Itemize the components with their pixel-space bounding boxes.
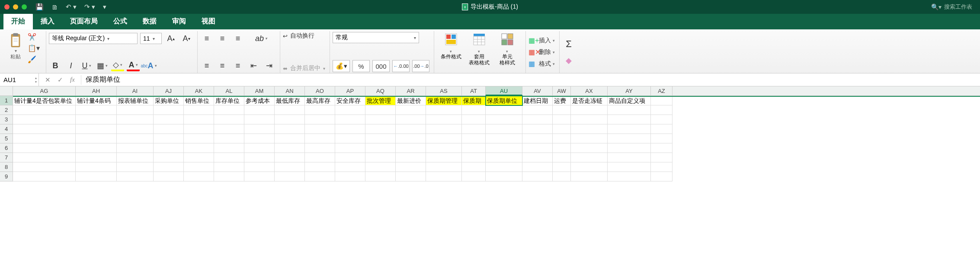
cell-AW1[interactable]: 运费	[553, 96, 571, 105]
cell-AK6[interactable]	[184, 143, 214, 153]
cell-AI9[interactable]	[117, 172, 154, 181]
cell-AL1[interactable]: 库存单位	[214, 96, 244, 105]
cell-AV2[interactable]	[522, 105, 553, 115]
cell-AT1[interactable]: 保质期	[462, 96, 486, 105]
cell-AK1[interactable]: 销售单位	[184, 96, 214, 105]
cell-AM5[interactable]	[244, 134, 275, 143]
tab-page-layout[interactable]: 页面布局	[62, 13, 106, 29]
cell-AG9[interactable]	[13, 172, 76, 181]
save-as-icon[interactable]: 🗎	[51, 3, 58, 11]
cell-AH6[interactable]	[76, 143, 117, 153]
cell-AI8[interactable]	[117, 162, 154, 172]
align-left-icon[interactable]: ≡	[200, 59, 213, 72]
cell-AG4[interactable]	[13, 124, 76, 134]
cell-AG8[interactable]	[13, 162, 76, 172]
cell-AW2[interactable]	[553, 105, 571, 115]
cell-AS5[interactable]	[426, 134, 462, 143]
cell-AO5[interactable]	[305, 134, 335, 143]
underline-button[interactable]: U	[80, 59, 93, 72]
column-header-AS[interactable]: AS	[426, 86, 462, 95]
cell-AM6[interactable]	[244, 143, 275, 153]
cell-AH7[interactable]	[76, 153, 117, 162]
row-header-3[interactable]: 3	[0, 115, 13, 124]
cell-AL5[interactable]	[214, 134, 244, 143]
cell-AP6[interactable]	[335, 143, 365, 153]
cell-AN6[interactable]	[275, 143, 305, 153]
align-bottom-icon[interactable]: ≡	[231, 32, 244, 45]
cell-AY8[interactable]	[608, 162, 651, 172]
cell-AL8[interactable]	[214, 162, 244, 172]
cell-AR7[interactable]	[396, 153, 426, 162]
column-header-AG[interactable]: AG	[13, 86, 76, 95]
cell-AH4[interactable]	[76, 124, 117, 134]
cell-AU1[interactable]: 保质期单位	[486, 96, 522, 105]
bold-button[interactable]: B	[49, 59, 62, 72]
cell-AT3[interactable]	[462, 115, 486, 124]
redo-icon[interactable]: ↷ ▾	[84, 3, 95, 11]
cell-AQ2[interactable]	[365, 105, 396, 115]
cell-AN1[interactable]: 最低库存	[275, 96, 305, 105]
cell-AQ4[interactable]	[365, 124, 396, 134]
column-header-AW[interactable]: AW	[553, 86, 571, 95]
cell-AM8[interactable]	[244, 162, 275, 172]
cell-AK8[interactable]	[184, 162, 214, 172]
cell-AV3[interactable]	[522, 115, 553, 124]
maximize-window[interactable]	[22, 4, 27, 10]
tab-insert[interactable]: 插入	[33, 13, 62, 29]
cell-AX3[interactable]	[571, 115, 608, 124]
undo-icon[interactable]: ↶ ▾	[66, 3, 77, 11]
font-color-button[interactable]: A	[127, 60, 140, 71]
cell-AX1[interactable]: 是否走冻链	[571, 96, 608, 105]
cell-AP2[interactable]	[335, 105, 365, 115]
cell-AU4[interactable]	[486, 124, 522, 134]
row-header-2[interactable]: 2	[0, 105, 13, 115]
search-box[interactable]: 🔍▾ 搜索工作表	[928, 2, 976, 12]
format-painter-icon[interactable]: 🖌️	[28, 55, 40, 64]
cell-AZ1[interactable]	[651, 96, 673, 105]
cell-AY5[interactable]	[608, 134, 651, 143]
cell-AW3[interactable]	[553, 115, 571, 124]
align-center-icon[interactable]: ≡	[216, 59, 229, 72]
name-box[interactable]: AU1 ▴▾	[0, 73, 39, 86]
orientation-icon[interactable]: ab	[255, 32, 268, 45]
indent-increase-icon[interactable]: ⇥	[263, 59, 275, 72]
row-header-9[interactable]: 9	[0, 172, 13, 181]
cell-AS7[interactable]	[426, 153, 462, 162]
cell-AU5[interactable]	[486, 134, 522, 143]
cell-AO2[interactable]	[305, 105, 335, 115]
cell-AT7[interactable]	[462, 153, 486, 162]
cell-AZ7[interactable]	[651, 153, 673, 162]
row-header-5[interactable]: 5	[0, 134, 13, 143]
merge-center-button[interactable]: ⬌ 合并后居中 ▾	[283, 64, 325, 72]
row-header-1[interactable]: 1	[0, 96, 13, 105]
column-header-AT[interactable]: AT	[462, 86, 486, 95]
cell-AR9[interactable]	[396, 172, 426, 181]
cell-AW8[interactable]	[553, 162, 571, 172]
column-header-AO[interactable]: AO	[305, 86, 335, 95]
cell-AM4[interactable]	[244, 124, 275, 134]
font-size-combo[interactable]: 11▾	[140, 33, 162, 44]
cell-AO1[interactable]: 最高库存	[305, 96, 335, 105]
cell-AQ1[interactable]: 批次管理	[365, 96, 396, 105]
cell-AK5[interactable]	[184, 134, 214, 143]
align-top-icon[interactable]: ≡	[200, 32, 213, 45]
column-header-AJ[interactable]: AJ	[154, 86, 184, 95]
cell-AL9[interactable]	[214, 172, 244, 181]
cell-AX5[interactable]	[571, 134, 608, 143]
copy-icon[interactable]: 📋▾	[28, 44, 40, 52]
font-name-combo[interactable]: 等线 Regular (正文)▾	[49, 33, 138, 44]
cell-AQ3[interactable]	[365, 115, 396, 124]
cell-AV4[interactable]	[522, 124, 553, 134]
cell-AO4[interactable]	[305, 124, 335, 134]
cell-AT9[interactable]	[462, 172, 486, 181]
column-header-AM[interactable]: AM	[244, 86, 275, 95]
number-format-combo[interactable]: 常规▾	[333, 32, 419, 43]
tab-formulas[interactable]: 公式	[106, 13, 135, 29]
column-header-AZ[interactable]: AZ	[651, 86, 673, 95]
cell-AY1[interactable]: 商品自定义项	[608, 96, 651, 105]
cell-AX9[interactable]	[571, 172, 608, 181]
cell-AZ4[interactable]	[651, 124, 673, 134]
cell-AT5[interactable]	[462, 134, 486, 143]
cell-AM2[interactable]	[244, 105, 275, 115]
cell-AN3[interactable]	[275, 115, 305, 124]
